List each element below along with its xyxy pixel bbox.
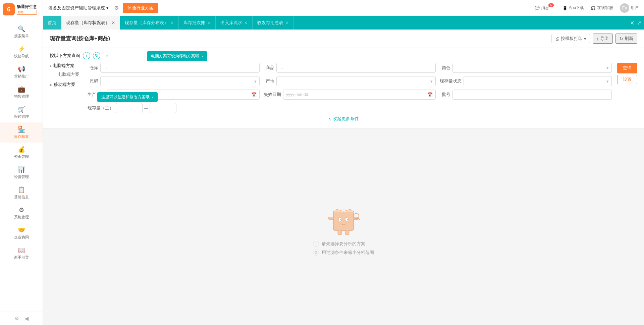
export-btn[interactable]: ↑ 导出 bbox=[593, 34, 613, 44]
system-title-selector[interactable]: 装备及固定资产辅助管理系统 ▾ bbox=[48, 5, 109, 11]
tab-close-inout[interactable]: ✕ bbox=[244, 20, 248, 25]
origin-select[interactable]: ▾ bbox=[276, 76, 436, 86]
sidebar-item-guide[interactable]: 📖 新手引导 bbox=[0, 243, 43, 263]
sidebar-nav: 🔍 搜索菜单 ⚡ 快捷导航 📢 营销推广 💼 销售管理 🛒 采购管理 🏪 库存核… bbox=[0, 19, 43, 312]
set-btn[interactable]: 设置 bbox=[617, 75, 637, 84]
sidebar-item-search[interactable]: 🔍 搜索菜单 bbox=[0, 22, 43, 42]
tab-close-summary[interactable]: ✕ bbox=[285, 20, 289, 25]
sidebar: 6 畅通好生意 标版 🔍 搜索菜单 ⚡ 快捷导航 📢 营销推广 💼 销售管理 🛒… bbox=[0, 0, 43, 325]
tab-home[interactable]: 首页 bbox=[43, 16, 61, 30]
stock-status-select[interactable]: ▾ bbox=[464, 76, 612, 86]
tooltip-create-scheme-text: 这里可以创建和修改方案哦 bbox=[101, 94, 150, 100]
calendar-icon: 📅 bbox=[251, 92, 257, 97]
sidebar-item-purchase[interactable]: 🛒 采购管理 bbox=[0, 102, 43, 122]
sidebar-item-enterprise[interactable]: 🤝 企业协同 bbox=[0, 223, 43, 243]
filter-row-4: 现存量（主） — bbox=[88, 103, 612, 113]
page-actions: 🖨 按模板打印 ▾ ↑ 导出 ↻ 刷新 bbox=[551, 34, 638, 48]
tab-summary[interactable]: 收发存汇总表 ✕ bbox=[253, 16, 294, 30]
topbar-settings-icon[interactable]: ⚙ bbox=[114, 5, 119, 11]
expiry-date-input[interactable]: yyyy-mm-dd 📅 bbox=[283, 90, 436, 100]
online-support-btn[interactable]: 🎧 在线客服 bbox=[591, 5, 613, 11]
sidebar-item-operation[interactable]: 📊 经营管理 bbox=[0, 163, 43, 183]
filter-label: 按以下方案查询 bbox=[50, 53, 80, 59]
empty-illustration bbox=[327, 199, 360, 235]
tab-inventory-dist[interactable]: 现存量（库存分布表） ✕ bbox=[120, 16, 179, 30]
scheme-list: ▾ 电脑端方案 电脑端方案 ▶ 移动端方案 bbox=[50, 63, 82, 88]
tabbar-actions: ✕ ⤢ bbox=[627, 20, 644, 26]
sidebar-item-inventory[interactable]: 🏪 库存核算 bbox=[0, 122, 43, 143]
template-print-btn[interactable]: 🖨 按模板打印 ▾ bbox=[551, 34, 590, 43]
tab-close-batch[interactable]: ✕ bbox=[207, 20, 211, 25]
filter-origin: 产地 ▾ bbox=[264, 76, 436, 86]
close-all-tabs-icon[interactable]: ✕ bbox=[630, 20, 634, 26]
color-select[interactable]: ▾ bbox=[452, 63, 612, 73]
system-icon: ⚙ bbox=[19, 206, 24, 214]
range-dash: — bbox=[144, 106, 148, 111]
page-header: 现存量查询(按仓库+商品) 🖨 按模板打印 ▾ ↑ 导出 ↻ 刷新 bbox=[43, 30, 644, 48]
tabbar: 首页 现存量（库存状况表） ✕ 现存量（库存分布表） ✕ 库存批次账 ✕ 出入库… bbox=[43, 16, 644, 30]
tab-inout[interactable]: 出入库流水 ✕ bbox=[216, 16, 253, 30]
product-select[interactable]: ··· bbox=[276, 63, 436, 73]
filter-fields: 仓库 ··· 商品 ··· bbox=[88, 63, 612, 113]
fullscreen-icon[interactable]: ⤢ bbox=[637, 20, 641, 26]
tooltip-scheme-mobile-close[interactable]: × bbox=[201, 54, 203, 58]
user-avatar: Ea bbox=[620, 3, 629, 13]
calendar2-icon: 📅 bbox=[427, 92, 433, 97]
topbar-right: 💬 消息 6 📱 App下载 🎧 在线客服 Ea 用户 bbox=[535, 3, 639, 13]
user-menu[interactable]: Ea 用户 bbox=[620, 3, 639, 13]
scheme-item-pc[interactable]: 电脑端方案 bbox=[55, 70, 82, 79]
operation-icon: 📊 bbox=[18, 166, 25, 173]
svg-point-4 bbox=[347, 219, 348, 220]
dropdown-arrow-icon: ▾ bbox=[106, 5, 109, 10]
tab-close-inventory-status[interactable]: ✕ bbox=[112, 20, 115, 25]
topbar: 装备及固定资产辅助管理系统 ▾ ⚙ 体验行业方案 💬 消息 6 📱 App下载 … bbox=[43, 0, 644, 16]
search-buttons: 查询 设置 bbox=[617, 63, 637, 84]
sidebar-item-label: 基础信息 bbox=[14, 195, 29, 200]
stock-qty-max-input[interactable] bbox=[150, 103, 176, 113]
empty-tip-1: 1 请先选择要分析的方案 bbox=[313, 241, 374, 247]
sidebar-item-sales[interactable]: 💼 销售管理 bbox=[0, 82, 43, 102]
sidebar-item-quicknav[interactable]: ⚡ 快捷导航 bbox=[0, 42, 43, 62]
warehouse-select[interactable]: ··· bbox=[100, 63, 260, 73]
collapse-icon[interactable]: ◀ bbox=[24, 315, 29, 322]
tooltip-create-scheme-close[interactable]: × bbox=[152, 95, 154, 99]
refresh-btn[interactable]: ↻ 刷新 bbox=[615, 34, 637, 44]
tab-batch[interactable]: 库存批次账 ✕ bbox=[179, 16, 216, 30]
sidebar-item-finance[interactable]: 💰 资金管理 bbox=[0, 143, 43, 163]
search-btn[interactable]: 查询 bbox=[617, 63, 637, 73]
filter-refresh-btn[interactable]: ↻ bbox=[93, 52, 100, 59]
filter-batch-no: 批号 bbox=[440, 90, 612, 100]
sidebar-item-label: 库存核算 bbox=[14, 134, 29, 139]
app-download-btn[interactable]: 📱 App下载 bbox=[562, 5, 584, 11]
notifications-btn[interactable]: 💬 消息 6 bbox=[535, 5, 556, 11]
logo-text: 畅通好生意 标版 bbox=[17, 4, 37, 15]
stock-qty-min-input[interactable] bbox=[116, 103, 143, 113]
industry-btn[interactable]: 体验行业方案 bbox=[123, 3, 158, 13]
filter-add-btn[interactable]: + bbox=[83, 52, 90, 59]
filter-back-btn[interactable]: « bbox=[103, 52, 110, 59]
tab-close-inventory-dist[interactable]: ✕ bbox=[170, 20, 174, 25]
sidebar-item-system[interactable]: ⚙ 系统管理 bbox=[0, 203, 43, 223]
phone-icon: 📱 bbox=[562, 6, 568, 10]
finance-icon: 💰 bbox=[18, 146, 25, 153]
settings-icon[interactable]: ⚙ bbox=[14, 315, 19, 322]
search-icon: 🔍 bbox=[18, 25, 25, 33]
tab-inventory-status[interactable]: 现存量（库存状况表） ✕ bbox=[61, 16, 120, 30]
sidebar-item-label: 搜索菜单 bbox=[14, 34, 29, 39]
empty-tip-2: 2 用过滤条件来缩小分析范围 bbox=[313, 250, 374, 256]
tooltip-scheme-mobile: 电脑方案可设为移动方案哦 × bbox=[147, 51, 207, 61]
sidebar-item-label: 采购管理 bbox=[14, 114, 29, 119]
scheme-mobile-expand-icon[interactable]: ▶ bbox=[50, 83, 52, 87]
svg-rect-0 bbox=[333, 212, 354, 230]
scheme-expand-icon[interactable]: ▾ bbox=[50, 64, 51, 68]
sidebar-item-marketing[interactable]: 📢 营销推广 bbox=[0, 62, 43, 82]
sidebar-item-basic[interactable]: 📋 基础信息 bbox=[0, 183, 43, 203]
batch-no-input[interactable] bbox=[452, 90, 612, 100]
filter-size: 尺码 ▾ bbox=[88, 76, 260, 86]
logo[interactable]: 6 畅通好生意 标版 bbox=[0, 0, 43, 19]
scheme-section: ▾ 电脑端方案 电脑端方案 ▶ 移动端方案 这里可以创建和修改方案 bbox=[50, 63, 637, 113]
enterprise-icon: 🤝 bbox=[18, 226, 25, 234]
size-select[interactable]: ▾ bbox=[100, 76, 260, 86]
collapse-more-btn[interactable]: ∧ 收起更多条件 bbox=[50, 113, 637, 124]
scheme-pc-label: 电脑端方案 bbox=[53, 63, 74, 69]
